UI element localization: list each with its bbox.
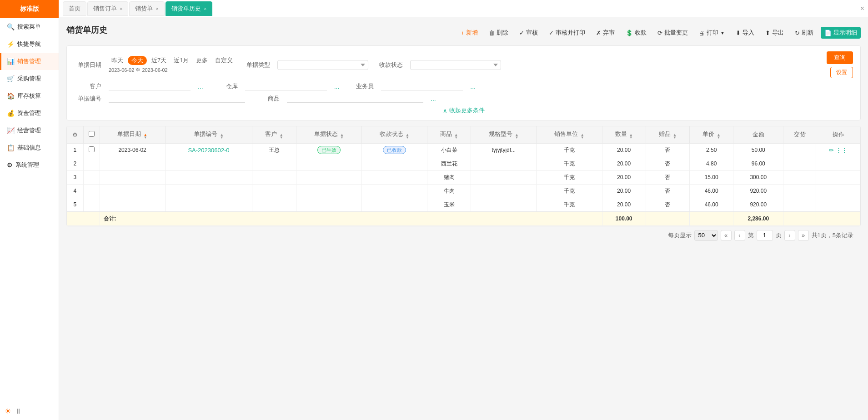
cell-checkbox[interactable] xyxy=(83,184,100,198)
tab-sales-goods-close[interactable]: × xyxy=(156,6,158,11)
cell-customer xyxy=(252,157,296,170)
cell-action[interactable] xyxy=(816,170,860,184)
col-customer[interactable]: 客户 ▲▼ xyxy=(252,126,296,143)
export-button[interactable]: ⬆ 导出 xyxy=(762,27,788,39)
edit-btn[interactable]: ✏ xyxy=(829,147,834,154)
close-all-tabs[interactable]: × xyxy=(860,5,864,13)
col-date-sort: ▲▼ xyxy=(144,134,147,140)
customer-filter-input[interactable] xyxy=(109,82,191,90)
refresh-button[interactable]: ↻ 刷新 xyxy=(791,27,817,39)
tab-sales-history-close[interactable]: × xyxy=(204,6,206,11)
warehouse-dots[interactable]: ... xyxy=(334,83,340,90)
page-first-btn[interactable]: « xyxy=(721,230,732,241)
customer-dots[interactable]: ... xyxy=(198,83,203,90)
filter-right-actions: 查询 设置 xyxy=(827,51,853,78)
tab-home[interactable]: 首页 xyxy=(63,1,86,16)
col-price-sort: ▲▼ xyxy=(717,134,720,140)
tab-sales-order[interactable]: 销售订单 × xyxy=(87,1,128,16)
sidebar-item-operations[interactable]: 📈 经营管理 xyxy=(0,122,59,139)
add-button[interactable]: + 新增 xyxy=(457,27,482,39)
receive-button[interactable]: 💲 收款 xyxy=(622,27,650,39)
cell-action[interactable]: ✏ ⋮⋮ xyxy=(816,143,860,157)
audit-button[interactable]: ✓ 审核 xyxy=(516,27,542,39)
col-qty[interactable]: 数量 ▲▼ xyxy=(602,126,646,143)
import-button[interactable]: ⬇ 导入 xyxy=(732,27,758,39)
sidebar-item-purchase-mgmt[interactable]: 🛒 采购管理 xyxy=(0,70,59,87)
footer-gift-empty xyxy=(646,212,689,226)
col-doc-status[interactable]: 单据状态 ▲▼ xyxy=(296,126,361,143)
cell-doc-status xyxy=(296,170,361,184)
date-btn-more[interactable]: 更多 xyxy=(193,56,211,65)
delete-button[interactable]: 🗑 删除 xyxy=(485,27,512,39)
sidebar-bottom-icon1[interactable]: ☀ xyxy=(5,407,11,415)
query-button[interactable]: 查询 xyxy=(827,51,853,64)
goods-filter-input[interactable] xyxy=(287,94,423,103)
cell-price: 15.00 xyxy=(690,170,733,184)
date-quick-row: 昨天 今天 近7天 近1月 更多 自定义 xyxy=(109,56,236,65)
filter-row-3: 单据编号 商品 ... xyxy=(74,94,853,103)
page-number-input[interactable]: 1 xyxy=(757,230,773,241)
more-btn[interactable]: ⋮⋮ xyxy=(836,147,848,154)
type-filter-select[interactable] xyxy=(277,60,368,70)
sidebar-item-inventory[interactable]: 🏠 库存核算 xyxy=(0,87,59,105)
docno-link[interactable]: SA-20230602-0 xyxy=(188,147,229,154)
abandon-button[interactable]: ✗ 弃审 xyxy=(592,27,618,39)
print-arrow-icon: ▼ xyxy=(720,30,725,35)
date-btn-yesterday[interactable]: 昨天 xyxy=(109,56,126,65)
page-last-btn[interactable]: » xyxy=(798,230,809,241)
audit-print-button[interactable]: ✓ 审核并打印 xyxy=(545,27,589,39)
sidebar-item-label: 快捷导航 xyxy=(17,40,41,48)
agent-filter-input[interactable] xyxy=(381,82,463,90)
sidebar-item-sales-mgmt[interactable]: 📊 销售管理 xyxy=(0,53,59,70)
page-next-btn[interactable]: › xyxy=(784,230,795,241)
sidebar-item-finance[interactable]: 💰 资金管理 xyxy=(0,105,59,122)
setting-button[interactable]: 设置 xyxy=(830,67,853,78)
cell-checkbox[interactable] xyxy=(83,198,100,212)
settings-icon[interactable]: ⚙ xyxy=(72,131,78,138)
tab-sales-order-close[interactable]: × xyxy=(120,6,122,11)
col-checkbox[interactable] xyxy=(83,126,100,143)
date-btn-7days[interactable]: 近7天 xyxy=(149,56,169,65)
col-pay-status[interactable]: 收款状态 ▲▼ xyxy=(361,126,427,143)
date-btn-1month[interactable]: 近1月 xyxy=(171,56,191,65)
col-transaction-label: 交货 xyxy=(794,131,806,138)
col-goods[interactable]: 商品 ▲▼ xyxy=(427,126,471,143)
col-unit[interactable]: 销售单位 ▲▼ xyxy=(537,126,602,143)
cell-checkbox[interactable] xyxy=(83,170,100,184)
col-price[interactable]: 单价 ▲▼ xyxy=(690,126,733,143)
cell-action[interactable] xyxy=(816,184,860,198)
row-checkbox[interactable] xyxy=(89,146,95,152)
cell-checkbox[interactable] xyxy=(83,143,100,157)
batch-change-button[interactable]: ⟳ 批量变更 xyxy=(654,27,692,39)
payment-filter-select[interactable] xyxy=(410,60,501,70)
print-button[interactable]: 🖨 打印 ▼ xyxy=(695,27,728,39)
col-docno[interactable]: 单据编号 ▲▼ xyxy=(165,126,252,143)
page-prev-btn[interactable]: ‹ xyxy=(734,230,745,241)
warehouse-filter-input[interactable] xyxy=(245,82,327,90)
sidebar-item-base-info[interactable]: 📋 基础信息 xyxy=(0,139,59,156)
col-gift[interactable]: 赠品 ▲▼ xyxy=(646,126,689,143)
date-btn-today[interactable]: 今天 xyxy=(128,56,147,65)
docno-filter-input[interactable] xyxy=(109,94,245,103)
tab-sales-history[interactable]: 销货单历史 × xyxy=(166,1,212,16)
show-detail-button[interactable]: 📄 显示明细 xyxy=(821,27,861,39)
sidebar-bottom-icon2[interactable]: ⏸ xyxy=(15,407,22,415)
date-btn-custom[interactable]: 自定义 xyxy=(212,56,236,65)
select-all-checkbox[interactable] xyxy=(89,131,95,137)
tab-sales-goods[interactable]: 销货单 × xyxy=(129,1,164,16)
sidebar-item-search-menu[interactable]: 🔍 搜索菜单 xyxy=(0,18,59,35)
agent-dots[interactable]: ... xyxy=(470,83,476,90)
sidebar-item-quick-nav[interactable]: ⚡ 快捷导航 xyxy=(0,35,59,53)
col-spec[interactable]: 规格型号 ▲▼ xyxy=(471,126,537,143)
per-page-select[interactable]: 50 100 xyxy=(694,230,718,241)
sidebar-item-sys-mgmt[interactable]: ⚙ 系统管理 xyxy=(0,156,59,174)
table-scroll[interactable]: ⚙ 单据日期 ▲▼ 单据编号 ▲▼ xyxy=(67,126,860,226)
cell-action[interactable] xyxy=(816,157,860,170)
cell-date xyxy=(100,170,165,184)
col-date[interactable]: 单据日期 ▲▼ xyxy=(100,126,165,143)
col-settings[interactable]: ⚙ xyxy=(67,126,83,143)
collapse-button[interactable]: ∧ 收起更多条件 xyxy=(74,106,853,115)
goods-dots[interactable]: ... xyxy=(431,95,436,102)
cell-checkbox[interactable] xyxy=(83,157,100,170)
cell-action[interactable] xyxy=(816,198,860,212)
